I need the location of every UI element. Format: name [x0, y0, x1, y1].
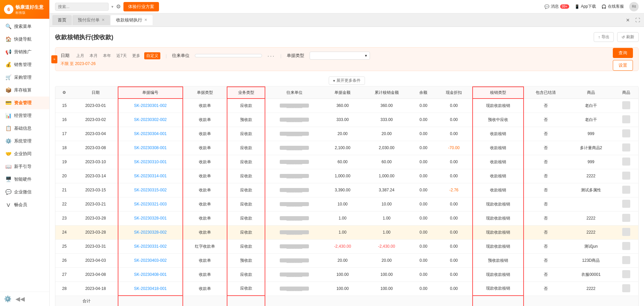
refresh-button[interactable]: ↺ 刷新: [617, 32, 639, 42]
doc-no-link[interactable]: SK-20230314-001: [134, 174, 167, 178]
col-counterpart[interactable]: 往来单位: [265, 87, 323, 99]
settings-button[interactable]: 设置: [613, 60, 633, 71]
topbar-search-input[interactable]: [55, 3, 109, 11]
cell-seq: 28: [55, 282, 73, 296]
col-write-off-type[interactable]: 核销类型: [473, 87, 524, 99]
filter-toggle-button[interactable]: »: [51, 55, 57, 63]
topbar-dropdown-arrow[interactable]: ▾: [111, 4, 113, 9]
col-doc-no[interactable]: 单据编号: [118, 87, 183, 99]
message-button[interactable]: 💬 消息 99+: [544, 4, 569, 9]
doc-no-link[interactable]: SK-20230408-001: [134, 272, 167, 277]
tab-collection-close-icon[interactable]: ✕: [144, 18, 147, 22]
expand-more-section: ▾ 展开更多条件: [55, 76, 639, 85]
date-this-month[interactable]: 本月: [88, 52, 99, 59]
sidebar-item-sales[interactable]: 💰销售管理: [0, 58, 49, 71]
sales-icon: 💰: [5, 62, 11, 68]
cell-goods-img: [614, 211, 638, 225]
tab-close-all-icon[interactable]: ✕: [625, 16, 631, 24]
date-custom[interactable]: 自定义: [144, 52, 160, 59]
date-last-month[interactable]: 上月: [75, 52, 86, 59]
col-date[interactable]: 日期: [73, 87, 118, 99]
col-gear[interactable]: ⚙: [55, 87, 73, 99]
sidebar-item-search[interactable]: 🔍搜索菜单: [0, 20, 49, 33]
doc-no-link[interactable]: SK-20230321-003: [134, 202, 167, 206]
col-include-settled[interactable]: 包含已结清: [524, 87, 568, 99]
export-button[interactable]: ↑ 导出: [594, 32, 614, 42]
table-row: 27 2023-04-08 SK-20230408-001 收款单 应收款 ██…: [55, 267, 638, 282]
sidebar-item-inventory[interactable]: 📦库存核算: [0, 84, 49, 97]
date-more[interactable]: 更多: [131, 52, 142, 59]
sidebar-item-system[interactable]: ⚙️系统管理: [0, 135, 49, 147]
topbar-gear-icon[interactable]: ⚙: [116, 3, 121, 10]
settings-footer-icon[interactable]: ⚙️: [4, 295, 11, 303]
more-filter-dots[interactable]: ···: [267, 52, 275, 60]
doc-no-link[interactable]: SK-20230308-001: [134, 145, 167, 150]
cell-balance: 0.00: [412, 211, 435, 225]
table-row: 17 2023-03-04 SK-20230304-001 收款单 应收款 ██…: [55, 127, 638, 141]
online-service-button[interactable]: 🎧 在线客服: [601, 4, 624, 9]
date-last-7days[interactable]: 近7天: [115, 52, 128, 59]
cell-biz-type: 应收款: [227, 183, 265, 197]
cell-cumulative: 60.00: [362, 155, 412, 169]
doc-no-link[interactable]: SK-20230315-002: [134, 188, 167, 192]
cell-doc-no: SK-20230328-002: [118, 225, 183, 239]
col-balance[interactable]: 余额: [412, 87, 435, 99]
sidebar-item-enterprise[interactable]: 🤝企业协同: [0, 147, 49, 160]
doc-no-link[interactable]: SK-20230302-002: [134, 117, 167, 122]
cell-biz-type: 应收款: [227, 267, 265, 282]
cell-goods-img: [614, 267, 638, 282]
date-this-year[interactable]: 本年: [102, 52, 112, 59]
sidebar-item-operation[interactable]: 📊经营管理: [0, 109, 49, 122]
counterpart-input[interactable]: [195, 54, 262, 57]
tab-home[interactable]: 首页: [52, 15, 72, 25]
query-button[interactable]: 查询: [613, 48, 633, 58]
col-goods[interactable]: 商品: [568, 87, 614, 99]
tab-prepay[interactable]: 预付应付单 ✕: [72, 15, 110, 25]
tab-prepay-close-icon[interactable]: ✕: [102, 18, 105, 22]
col-biz-type[interactable]: 业务类型: [227, 87, 265, 99]
cell-write-off-type: 现款收款核销: [473, 197, 524, 211]
total-write-off-type: [473, 296, 524, 306]
cell-goods: 测试jun: [568, 239, 614, 253]
cell-goods: 2222: [568, 169, 614, 183]
doc-no-link[interactable]: SK-20230328-001: [134, 216, 167, 221]
cell-date: 2023-04-03: [73, 253, 118, 267]
col-doc-type[interactable]: 单据类型: [183, 87, 227, 99]
industry-solution-button[interactable]: 体验行业方案: [123, 2, 159, 11]
col-cash-discount[interactable]: 现金折扣: [435, 87, 473, 99]
doc-no-link[interactable]: SK-20230301-002: [134, 103, 167, 108]
sidebar-item-hardware[interactable]: 🖥️智能硬件: [0, 173, 49, 186]
tab-collection[interactable]: 收款核销执行 ✕: [111, 15, 153, 25]
collapse-sidebar-icon[interactable]: ◀◀: [15, 295, 25, 303]
sidebar-item-guide[interactable]: 📖新手引导: [0, 160, 49, 173]
doc-no-link[interactable]: SK-20230418-001: [134, 286, 167, 291]
doc-no-link[interactable]: SK-20230403-002: [134, 258, 167, 263]
doc-type-select[interactable]: ▾: [310, 52, 370, 60]
tab-expand-icon[interactable]: ⛶: [634, 16, 641, 24]
cell-date: 2023-04-18: [73, 282, 118, 296]
col-cumulative[interactable]: 累计核销金额: [362, 87, 412, 99]
app-download-button[interactable]: 📱 App下载: [575, 4, 596, 9]
cell-biz-type: 应收款: [227, 169, 265, 183]
cell-date: 2023-03-08: [73, 141, 118, 155]
sidebar-item-capital[interactable]: 💳资金管理: [0, 97, 49, 109]
expand-more-button[interactable]: ▾ 展开更多条件: [329, 76, 365, 85]
doc-no-link[interactable]: SK-20230328-002: [134, 230, 167, 235]
col-goods-img[interactable]: 商品: [614, 87, 638, 99]
col-amount[interactable]: 单据金额: [323, 87, 362, 99]
doc-no-link[interactable]: SK-20230331-002: [134, 244, 167, 249]
sidebar-label-guide: 新手引导: [14, 164, 32, 170]
cell-goods-img: [614, 197, 638, 211]
cell-cumulative: 100.00: [362, 267, 412, 282]
doc-no-link[interactable]: SK-20230310-001: [134, 160, 167, 164]
sidebar-item-marketing[interactable]: 📢营销推广: [0, 46, 49, 58]
sidebar-item-basic[interactable]: 📋基础信息: [0, 122, 49, 135]
doc-no-link[interactable]: SK-20230304-001: [134, 131, 167, 136]
cell-doc-type: 收款单: [183, 197, 227, 211]
sidebar-item-member[interactable]: V畅会员: [0, 198, 49, 211]
sidebar-item-wechat[interactable]: 💬企业微信: [0, 186, 49, 198]
cell-cash-discount: 0.00: [435, 155, 473, 169]
sidebar-item-purchase[interactable]: 🛒采购管理: [0, 71, 49, 84]
sidebar-item-quicknav[interactable]: 🏠快捷导航: [0, 33, 49, 46]
user-avatar[interactable]: Rit: [629, 2, 639, 11]
